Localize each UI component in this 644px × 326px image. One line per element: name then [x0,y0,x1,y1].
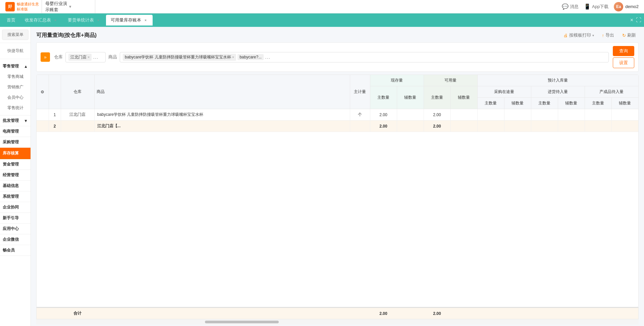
user-area[interactable]: Ea demo2 [614,2,639,11]
th-purchase-transit: 采购在途量 [477,86,531,98]
top-bar-left: 好 畅捷通好生意 标准版 母婴行业演示账套 ▾ [5,0,95,14]
td-purchase-main-1 [477,109,504,121]
th-planned-inbound: 预计入库量 [477,75,638,86]
goods-tag-close[interactable]: × [232,55,234,59]
sidebar-retail-arrow: ▲ [24,64,28,69]
subtotal-td-goods: 江北门店【... [94,121,350,132]
tab-receipts[interactable]: 收发存汇总表 × [20,15,62,26]
td-purchase-aux-1 [504,109,531,121]
warehouse-tag-label: 江北门店 [70,54,87,60]
refresh-btn[interactable]: ↻ 刷新 [620,31,639,40]
tab-receipts-close[interactable]: × [53,18,58,22]
export-btn[interactable]: ↑ 导出 [599,31,617,40]
goods-filter-dots[interactable]: ... [265,54,270,60]
industry-label: 母婴行业演示账套 [45,1,68,13]
sidebar-wechat-label: 企业微信 [3,237,19,242]
sidebar-purchase-label: 采购管理 [3,139,19,145]
export-icon: ↑ [602,33,604,38]
subtotal-td-production-aux [611,121,638,132]
message-label: 消息 [570,4,579,10]
sidebar-inventory-header[interactable]: 库存核算 [0,148,31,159]
sidebar-member-vip-header[interactable]: 畅会员 [0,245,31,255]
warehouse-filter-input[interactable]: 江北门店 × ... [65,52,106,62]
sidebar-collab-header[interactable]: 企业协同 [0,202,31,213]
sidebar-section-apps: 应用中心 [0,224,31,234]
scrollbar-thumb[interactable] [205,321,279,323]
table-footer: 合计 2.00 2.00 [36,307,639,319]
sidebar-guide-label: 新手引导 [3,215,19,221]
sidebar-item-quick-nav[interactable]: 快捷导航 [0,46,31,56]
sidebar-section-base: 基础信息 [0,181,31,191]
tab-order-stats[interactable]: 要货单统计表 × [63,15,105,26]
sidebar: 搜索菜单 快捷导航 零售管理 ▲ 零售商城 营销推广 会员中心 零售统计 批发管… [0,27,31,326]
th-goods: 商品 [94,75,350,109]
sidebar-section-wholesale: 批发管理 ▼ [0,115,31,126]
message-btn[interactable]: 💬 消息 [562,3,579,10]
warehouse-tag-close[interactable]: × [88,55,90,59]
sidebar-item-marketing[interactable]: 营销推广 [0,82,31,92]
sidebar-base-header[interactable]: 基础信息 [0,181,31,191]
subtotal-td-warehouse [61,121,94,132]
warehouse-filter-label: 仓库 [54,54,63,60]
td-incoming-aux-1 [558,109,585,121]
tab-available-stock[interactable]: 可用量库存账本 × [106,15,153,26]
td-warehouse-1: 江北门店 [61,109,94,121]
sidebar-item-member[interactable]: 会员中心 [0,92,31,103]
sidebar-ecommerce-header[interactable]: 电商管理 [0,126,31,137]
subtotal-td-no: 2 [49,121,61,132]
page-header: 可用量查询(按仓库+商品) 🖨 按模板打印 ▾ ↑ 导出 ↻ 刷新 [31,27,644,42]
sidebar-operation-header[interactable]: 经营管理 [0,170,31,180]
sidebar-finance-header[interactable]: 资金管理 [0,159,31,170]
sidebar-section-inventory: 库存核算 [0,148,31,159]
settings-btn[interactable]: 设置 [613,57,634,68]
app-download-btn[interactable]: 📱 App下载 [584,3,608,10]
tab-order-stats-close[interactable]: × [96,18,101,22]
sidebar-ecommerce-label: 电商管理 [3,129,19,134]
table-wrap: ⚙ 仓库 商品 主计量 现存量 可用量 预计入库量 主数量 辅数量 主数量 [36,75,639,307]
goods-tag-babycare: babycare学饮杯 儿童防摔防撞吸管杯重力球吸嘴杯宝宝水杯 × [123,54,236,61]
goods-filter-input[interactable]: babycare学饮杯 儿童防摔防撞吸管杯重力球吸嘴杯宝宝水杯 × babyca… [120,52,609,62]
avatar: Ea [614,2,623,11]
filter-toggle-btn[interactable]: » [41,52,50,62]
print-label: 按模板打印 [569,32,591,38]
subtotal-td-purchase-aux [504,121,531,132]
sidebar-wechat-header[interactable]: 企业微信 [0,234,31,245]
sidebar-system-header[interactable]: 系统管理 [0,191,31,202]
query-btn[interactable]: 查询 [613,46,634,56]
th-settings[interactable]: ⚙ [37,75,49,109]
sidebar-retail-header[interactable]: 零售管理 ▲ [0,61,31,72]
td-unit-1: 个 [350,109,370,121]
sidebar-apps-header[interactable]: 应用中心 [0,224,31,234]
th-stock-aux: 辅数量 [397,86,424,109]
sidebar-purchase-header[interactable]: 采购管理 [0,137,31,147]
td-avail-aux-1 [450,109,477,121]
footer-label: 合计 [61,311,94,316]
sidebar-wholesale-header[interactable]: 批发管理 ▼ [0,115,31,126]
print-btn[interactable]: 🖨 按模板打印 ▾ [561,31,597,40]
horizontal-scrollbar[interactable] [36,319,639,325]
filter-bar: » 仓库 江北门店 × ... 商品 babycare学饮杯 儿童防摔防撞吸管杯… [36,42,639,72]
tab-close-all-btn[interactable]: × [630,17,633,23]
sidebar-section-member-vip: 畅会员 [0,245,31,256]
sidebar-item-retail-mall[interactable]: 零售商城 [0,72,31,82]
goods-filter-label: 商品 [108,54,117,60]
tab-home[interactable]: 首页 [3,15,19,26]
tab-order-stats-label: 要货单统计表 [68,17,94,23]
content-area: 可用量查询(按仓库+商品) 🖨 按模板打印 ▾ ↑ 导出 ↻ 刷新 [31,27,644,326]
tab-fullscreen-btn[interactable]: ⛶ [636,17,641,23]
top-bar-right: 💬 消息 📱 App下载 Ea demo2 [562,2,639,11]
logo-icon: 好 [5,2,15,11]
sidebar-guide-header[interactable]: 新手引导 [0,213,31,223]
sidebar-operation-label: 经营管理 [3,172,19,178]
avatar-initials: Ea [616,4,621,9]
sidebar-item-retail-stats[interactable]: 零售统计 [0,103,31,113]
username: demo2 [625,4,639,9]
sidebar-wholesale-arrow: ▼ [24,119,28,123]
industry-selector[interactable]: 母婴行业演示账套 ▾ [42,0,95,14]
tab-available-stock-close[interactable]: × [143,18,148,22]
home-tab-label: 首页 [7,17,15,23]
warehouse-filter-dots[interactable]: ... [93,54,98,60]
td-production-aux-1 [611,109,638,121]
sidebar-search-btn[interactable]: 搜索菜单 [2,30,29,40]
sidebar-section-guide: 新手引导 [0,213,31,224]
